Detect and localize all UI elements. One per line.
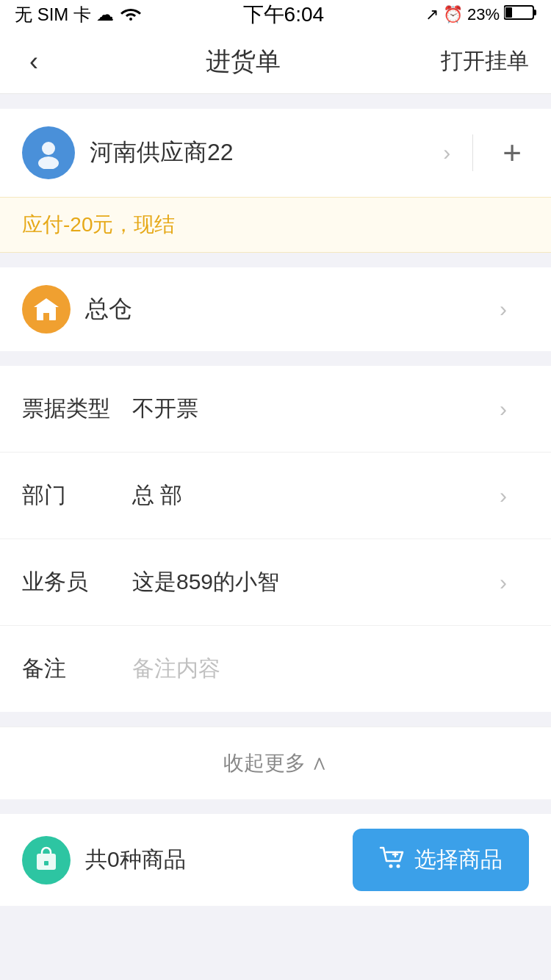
sales-chevron-icon: › xyxy=(500,570,507,595)
status-right: ↗ ⏰ 23% xyxy=(425,4,536,25)
status-time: 下午6:04 xyxy=(243,1,325,29)
warehouse-chevron-icon: › xyxy=(500,297,507,322)
svg-point-11 xyxy=(397,865,400,868)
back-button[interactable]: ‹ xyxy=(22,39,46,84)
content: 河南供应商22 › + 应付-20元，现结 总仓 › 票据类型 不开票 › 部门 xyxy=(0,94,551,980)
invoice-value: 不开票 xyxy=(132,394,500,424)
location-icon: ↗ xyxy=(425,5,439,24)
invoice-row[interactable]: 票据类型 不开票 › xyxy=(0,366,551,453)
warehouse-row[interactable]: 总仓 › xyxy=(0,267,551,351)
form-section: 票据类型 不开票 › 部门 总 部 › 业务员 这是859的小智 › 备注 备注… xyxy=(0,366,551,712)
status-bar: 无 SIM 卡 ☁ 下午6:04 ↗ ⏰ 23% xyxy=(0,0,551,29)
gray-area xyxy=(0,906,551,980)
warehouse-icon xyxy=(22,285,71,334)
nav-bar: ‹ 进货单 打开挂单 xyxy=(0,29,551,94)
product-count: 共0种商品 xyxy=(85,845,353,875)
bottom-bar: 共0种商品 选择商品 xyxy=(0,814,551,906)
dept-row[interactable]: 部门 总 部 › xyxy=(0,453,551,539)
gap1 xyxy=(0,94,551,109)
divider xyxy=(472,134,473,171)
cart-icon xyxy=(379,846,406,873)
remark-row[interactable]: 备注 备注内容 xyxy=(0,626,551,712)
warehouse-name: 总仓 xyxy=(85,293,500,325)
dept-value: 总 部 xyxy=(132,480,500,511)
select-product-button[interactable]: 选择商品 xyxy=(353,829,529,891)
invoice-label: 票据类型 xyxy=(22,394,132,424)
product-icon xyxy=(22,836,71,884)
svg-marker-6 xyxy=(34,298,59,307)
sales-label: 业务员 xyxy=(22,567,132,597)
remark-input[interactable]: 备注内容 xyxy=(132,654,529,684)
svg-rect-2 xyxy=(505,7,512,18)
dept-chevron-icon: › xyxy=(500,483,507,508)
select-product-label: 选择商品 xyxy=(414,845,503,875)
wifi-icon xyxy=(120,4,142,25)
svg-rect-9 xyxy=(44,861,48,865)
battery-icon xyxy=(504,4,536,25)
battery-text: 23% xyxy=(467,5,500,24)
supplier-name: 河南供应商22 xyxy=(90,137,443,169)
invoice-chevron-icon: › xyxy=(500,397,507,422)
supplier-card: 河南供应商22 › + 应付-20元，现结 xyxy=(0,109,551,253)
svg-rect-7 xyxy=(43,313,49,320)
add-supplier-button[interactable]: + xyxy=(495,134,529,171)
alarm-icon: ⏰ xyxy=(443,5,463,24)
signal-text: 无 SIM 卡 ☁ xyxy=(15,3,114,26)
supplier-row[interactable]: 河南供应商22 › + xyxy=(0,109,551,197)
supplier-avatar xyxy=(22,126,75,179)
remark-label: 备注 xyxy=(22,654,132,684)
dept-label: 部门 xyxy=(22,480,132,511)
open-pending-button[interactable]: 打开挂单 xyxy=(441,46,529,76)
svg-point-3 xyxy=(42,142,55,155)
svg-point-4 xyxy=(38,156,59,169)
sales-value: 这是859的小智 xyxy=(132,567,500,597)
notice-bar: 应付-20元，现结 xyxy=(0,197,551,253)
page-title: 进货单 xyxy=(206,45,281,79)
supplier-chevron-icon: › xyxy=(443,140,450,165)
sales-row[interactable]: 业务员 这是859的小智 › xyxy=(0,539,551,626)
status-left: 无 SIM 卡 ☁ xyxy=(15,3,142,26)
collapse-button[interactable]: 收起更多 ∧ xyxy=(0,727,551,799)
svg-rect-1 xyxy=(533,10,536,15)
svg-point-10 xyxy=(389,865,393,868)
